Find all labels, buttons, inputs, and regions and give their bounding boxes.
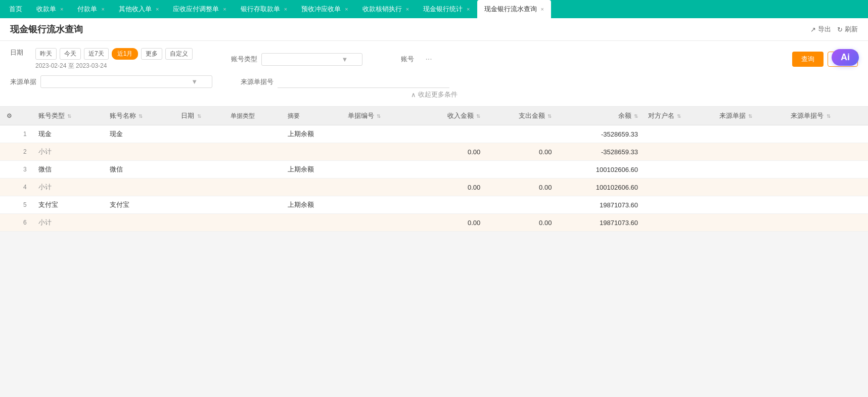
cell-counterpart bbox=[643, 125, 714, 143]
ai-badge-button[interactable]: Ai bbox=[832, 49, 859, 66]
sort-icon: ⇅ bbox=[139, 113, 143, 119]
refresh-icon: ↻ bbox=[837, 26, 843, 33]
date-7days[interactable]: 近7天 bbox=[84, 48, 109, 60]
cell-account-name: 支付宝 bbox=[105, 196, 176, 214]
close-icon[interactable]: × bbox=[101, 0, 104, 18]
cell-doc-no bbox=[343, 161, 414, 179]
date-yesterday[interactable]: 昨天 bbox=[35, 48, 57, 60]
export-button[interactable]: ↗ 导出 bbox=[810, 25, 831, 34]
cell-counterpart bbox=[643, 196, 714, 214]
cell-gear bbox=[0, 214, 18, 232]
cell-balance: 19871073.60 bbox=[557, 214, 643, 232]
th-income[interactable]: 收入金额 ⇅ bbox=[414, 107, 485, 125]
chevron-down-icon: ▼ bbox=[191, 78, 198, 85]
date-more[interactable]: 更多 bbox=[141, 48, 162, 60]
th-account-type[interactable]: 账号类型 ⇅ bbox=[33, 107, 105, 125]
th-source-doc-no[interactable]: 来源单据号 ⇅ bbox=[786, 107, 868, 125]
cell-income: 0.00 bbox=[414, 179, 485, 196]
close-icon[interactable]: × bbox=[223, 0, 226, 18]
cell-idx: 6 bbox=[18, 214, 33, 232]
date-today[interactable]: 今天 bbox=[60, 48, 81, 60]
nav-payment[interactable]: 付款单 × bbox=[70, 0, 111, 18]
table-row: 5支付宝支付宝上期余额19871073.60 bbox=[0, 196, 868, 214]
cell-account-type: 现金 bbox=[33, 125, 105, 143]
close-icon[interactable]: × bbox=[467, 0, 470, 18]
th-expense[interactable]: 支出金额 ⇅ bbox=[485, 107, 557, 125]
close-icon[interactable]: × bbox=[541, 0, 544, 18]
cell-doc-no bbox=[343, 143, 414, 161]
source-doc-no-input[interactable] bbox=[278, 76, 449, 88]
cell-balance: 100102606.60 bbox=[557, 179, 643, 196]
nav-collection-exec[interactable]: 收款核销执行 × bbox=[355, 0, 416, 18]
cell-summary bbox=[283, 214, 343, 232]
cell-date bbox=[176, 196, 225, 214]
cell-date bbox=[176, 143, 225, 161]
query-button[interactable]: 查询 bbox=[792, 52, 824, 67]
account-more-icon[interactable]: ··· bbox=[425, 55, 432, 64]
account-group: 账号 ··· bbox=[401, 55, 432, 64]
sort-icon: ⇅ bbox=[634, 113, 638, 119]
close-icon[interactable]: × bbox=[156, 0, 159, 18]
refresh-button[interactable]: ↻ 刷新 bbox=[837, 25, 858, 34]
nav-advance-offset[interactable]: 预收冲应收单 × bbox=[294, 0, 355, 18]
collapse-bar[interactable]: ∧ 收起更多条件 bbox=[10, 88, 858, 99]
nav-other-income[interactable]: 其他收入单 × bbox=[112, 0, 166, 18]
cell-expense bbox=[485, 161, 557, 179]
cell-income: 0.00 bbox=[414, 214, 485, 232]
cell-doc-type bbox=[225, 125, 282, 143]
nav-ar-ap-adjust[interactable]: 应收应付调整单 × bbox=[166, 0, 233, 18]
nav-bank-deposit[interactable]: 银行存取款单 × bbox=[234, 0, 294, 18]
account-type-label: 账号类型 bbox=[231, 55, 257, 64]
flow-table: ⚙ 账号类型 ⇅ 账号名称 ⇅ 日期 ⇅ 单据类型 摘要 单据编号 bbox=[0, 107, 868, 232]
cell-counterpart bbox=[643, 161, 714, 179]
th-account-name[interactable]: 账号名称 ⇅ bbox=[105, 107, 176, 125]
cell-balance: 100102606.60 bbox=[557, 161, 643, 179]
th-idx bbox=[18, 107, 33, 125]
cell-gear bbox=[0, 179, 18, 196]
th-gear[interactable]: ⚙ bbox=[0, 107, 18, 125]
table-row: 6小计0.000.0019871073.60 bbox=[0, 214, 868, 232]
account-type-group: 账号类型 ▼ bbox=[231, 53, 362, 66]
date-filter-group: 日期 昨天 今天 近7天 近1月 更多 自定义 2023-02-24 至 202… bbox=[10, 48, 193, 70]
th-summary: 摘要 bbox=[283, 107, 343, 125]
table-wrap: ⚙ 账号类型 ⇅ 账号名称 ⇅ 日期 ⇅ 单据类型 摘要 单据编号 bbox=[0, 107, 868, 232]
table-header-row: ⚙ 账号类型 ⇅ 账号名称 ⇅ 日期 ⇅ 单据类型 摘要 单据编号 bbox=[0, 107, 868, 125]
cell-summary: 上期余额 bbox=[283, 161, 343, 179]
close-icon[interactable]: × bbox=[284, 0, 287, 18]
page-header: 现金银行流水查询 ↗ 导出 ↻ 刷新 bbox=[0, 18, 868, 41]
account-type-select[interactable]: ▼ bbox=[261, 53, 362, 66]
nav-home[interactable]: 首页 bbox=[2, 0, 29, 18]
table-row: 2小计0.000.00-3528659.33 bbox=[0, 143, 868, 161]
th-doc-no[interactable]: 单据编号 ⇅ bbox=[343, 107, 414, 125]
close-icon[interactable]: × bbox=[406, 0, 409, 18]
cell-expense: 0.00 bbox=[485, 143, 557, 161]
cell-account-name bbox=[105, 179, 176, 196]
cell-summary: 上期余额 bbox=[283, 196, 343, 214]
cell-source-doc bbox=[714, 143, 786, 161]
th-counterpart[interactable]: 对方户名 ⇅ bbox=[643, 107, 714, 125]
th-source-doc[interactable]: 来源单据 ⇅ bbox=[714, 107, 786, 125]
date-custom[interactable]: 自定义 bbox=[165, 48, 193, 60]
source-doc-select[interactable]: ▼ bbox=[40, 75, 212, 88]
close-icon[interactable]: × bbox=[60, 0, 63, 18]
cell-account-type: 小计 bbox=[33, 143, 105, 161]
table-row: 4小计0.000.00100102606.60 bbox=[0, 179, 868, 196]
date-options: 昨天 今天 近7天 近1月 更多 自定义 bbox=[35, 48, 193, 60]
nav-receipt[interactable]: 收款单 × bbox=[29, 0, 70, 18]
header-actions: ↗ 导出 ↻ 刷新 bbox=[810, 25, 858, 34]
th-balance[interactable]: 余额 ⇅ bbox=[557, 107, 643, 125]
cell-source-doc bbox=[714, 196, 786, 214]
cell-balance: -3528659.33 bbox=[557, 143, 643, 161]
cell-account-name: 微信 bbox=[105, 161, 176, 179]
close-icon[interactable]: × bbox=[345, 0, 348, 18]
cell-doc-type bbox=[225, 179, 282, 196]
sort-icon: ⇅ bbox=[827, 113, 831, 119]
th-date[interactable]: 日期 ⇅ bbox=[176, 107, 225, 125]
nav-cash-bank-flow[interactable]: 现金银行流水查询 × bbox=[477, 0, 551, 18]
th-doc-type: 单据类型 bbox=[225, 107, 282, 125]
page-title: 现金银行流水查询 bbox=[10, 23, 83, 35]
collapse-up-icon: ∧ bbox=[411, 91, 416, 99]
date-1month[interactable]: 近1月 bbox=[112, 48, 139, 60]
cell-source-doc-no bbox=[786, 143, 868, 161]
nav-cash-bank-stats[interactable]: 现金银行统计 × bbox=[416, 0, 477, 18]
